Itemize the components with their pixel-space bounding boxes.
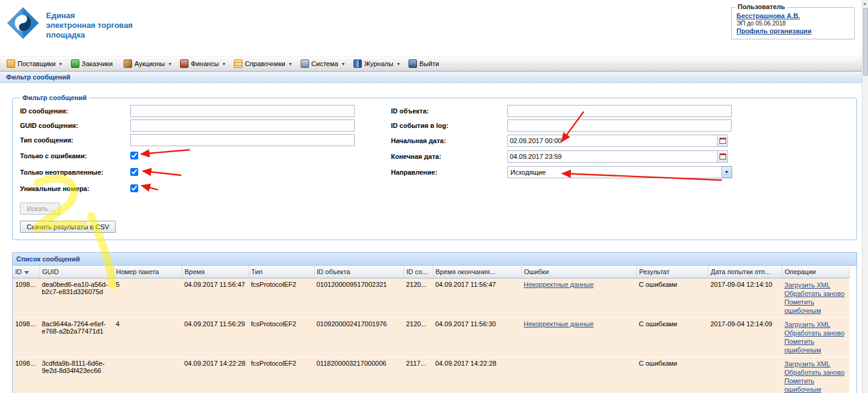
auctions-icon bbox=[124, 59, 132, 68]
submenu-arrow-icon: ▼ bbox=[289, 62, 293, 66]
menu-item-exit[interactable]: Выйти bbox=[406, 58, 447, 69]
menu-item-customers[interactable]: Заказчики bbox=[68, 58, 121, 69]
menu-item-finance[interactable]: Финансы ▼ bbox=[177, 58, 231, 69]
start-date-input[interactable] bbox=[507, 135, 718, 147]
cell-errors: Некорректные данные bbox=[521, 318, 636, 357]
op-mark-error-link[interactable]: Пометить ошибочным bbox=[784, 337, 847, 354]
column-header-errors[interactable]: Ошибки bbox=[521, 266, 636, 278]
menu-label: Журналы bbox=[364, 60, 393, 67]
menu-label: Выйти bbox=[419, 60, 439, 67]
column-header-packet[interactable]: Номер пакета bbox=[113, 266, 182, 278]
scrollbar-up-button[interactable] bbox=[863, 1, 867, 7]
menu-item-suppliers[interactable]: Поставщики ▼ bbox=[4, 58, 68, 69]
menu-item-auctions[interactable]: Аукционы ▼ bbox=[121, 58, 177, 69]
cell-guid: dea0bed6-ea10-a56d-b2c7-e831d326075d bbox=[39, 278, 113, 318]
vertical-scrollbar[interactable] bbox=[862, 0, 868, 393]
only-unsent-checkbox[interactable] bbox=[130, 168, 138, 176]
download-csv-button[interactable]: Скачать результаты в CSV bbox=[20, 221, 116, 233]
submenu-arrow-icon: ▼ bbox=[59, 62, 63, 66]
cell-errors bbox=[521, 357, 636, 393]
op-reprocess-link[interactable]: Обработать заново bbox=[784, 329, 847, 337]
chevron-down-icon bbox=[725, 171, 729, 173]
start-date-calendar-button[interactable] bbox=[718, 135, 728, 147]
directories-icon bbox=[234, 59, 242, 68]
table-header-row: ID GUID Номер пакета Время Тип ID объект… bbox=[13, 266, 849, 278]
direction-combobox[interactable]: Исходящие bbox=[507, 166, 732, 178]
message-id-label: ID сообщения: bbox=[20, 107, 130, 115]
menu-item-journals[interactable]: Журналы ▼ bbox=[350, 58, 406, 69]
table-row[interactable]: 1098... dea0bed6-ea10-a56d-b2c7-e831d326… bbox=[13, 278, 849, 318]
cell-object-id: 0101200009517002321 bbox=[314, 278, 404, 318]
cell-type: fcsProtocolEF2 bbox=[249, 357, 314, 393]
message-id-input[interactable] bbox=[130, 105, 355, 117]
system-icon bbox=[301, 59, 309, 68]
column-header-event-id[interactable]: ID со... bbox=[404, 266, 433, 278]
search-button[interactable]: Искать... bbox=[20, 203, 60, 215]
cell-packet: 5 bbox=[113, 278, 182, 318]
message-guid-input[interactable] bbox=[130, 119, 355, 132]
calendar-icon bbox=[719, 153, 726, 160]
cell-type: fcsProtocolEF2 bbox=[249, 318, 314, 357]
table-row[interactable]: 1098... 8ac9644a-7264-e6ef-e768-a2b2a774… bbox=[13, 318, 849, 357]
user-panel: Пользователь Бесстрашнова А.В. ЭП до 05.… bbox=[731, 7, 855, 39]
column-header-time[interactable]: Время bbox=[182, 266, 249, 278]
cell-result: С ошибками bbox=[636, 278, 708, 318]
brand-line-2: электронная торговая bbox=[46, 21, 133, 30]
user-name-link[interactable]: Бесстрашнова А.В. bbox=[736, 12, 849, 19]
column-header-end-time[interactable]: Время окончания... bbox=[433, 266, 521, 278]
only-unsent-label: Только неотправленные: bbox=[20, 169, 130, 176]
calendar-icon bbox=[719, 138, 726, 144]
unique-numbers-checkbox[interactable] bbox=[130, 184, 138, 192]
menu-item-system[interactable]: Система ▼ bbox=[298, 58, 350, 69]
message-type-input[interactable] bbox=[130, 134, 355, 146]
direction-dropdown-button[interactable] bbox=[722, 166, 732, 178]
op-load-xml-link[interactable]: Загрузить XML bbox=[784, 320, 847, 329]
table-row[interactable]: 1098... 3cdfda9b-8111-6d6e-9e2d-8d34f423… bbox=[13, 357, 849, 393]
cell-result: С ошибками bbox=[636, 357, 708, 393]
cell-attempt-date: 2017-09-04 12:14:10 bbox=[708, 278, 782, 318]
cell-id: 1098... bbox=[13, 278, 39, 318]
object-id-input[interactable] bbox=[507, 105, 732, 117]
exit-icon bbox=[409, 59, 417, 68]
column-header-attempt-date[interactable]: Дата попытки отп... bbox=[708, 266, 782, 278]
log-event-id-input[interactable] bbox=[507, 119, 732, 132]
op-reprocess-link[interactable]: Обработать заново bbox=[784, 289, 847, 298]
suppliers-icon bbox=[7, 59, 15, 68]
sort-desc-icon bbox=[24, 271, 29, 274]
end-date-calendar-button[interactable] bbox=[718, 150, 728, 163]
op-load-xml-link[interactable]: Загрузить XML bbox=[784, 281, 847, 289]
scroll-up-icon bbox=[863, 2, 867, 5]
org-profile-link[interactable]: Профиль организации bbox=[736, 27, 849, 35]
menu-label: Аукционы bbox=[135, 60, 165, 67]
filter-legend: Фильтр сообщений bbox=[20, 94, 89, 101]
op-load-xml-link[interactable]: Загрузить XML bbox=[784, 360, 847, 368]
op-reprocess-link[interactable]: Обработать заново bbox=[784, 368, 847, 377]
only-errors-checkbox[interactable] bbox=[130, 152, 138, 160]
op-mark-error-link[interactable]: Пометить ошибочным bbox=[784, 298, 847, 315]
eetp-logo-icon bbox=[6, 6, 40, 41]
error-details-link[interactable]: Некорректные данные bbox=[524, 281, 593, 288]
menu-label: Поставщики bbox=[18, 60, 56, 67]
object-id-label: ID объекта: bbox=[391, 107, 507, 115]
scrollbar-thumb[interactable] bbox=[863, 8, 868, 76]
cell-operations: Загрузить XML Обработать заново Пометить… bbox=[782, 357, 849, 393]
menu-label: Система bbox=[312, 60, 338, 67]
direction-value[interactable]: Исходящие bbox=[507, 166, 722, 178]
filter-left-column: ID сообщения: GUID сообщения: Тип сообще… bbox=[20, 104, 391, 196]
menu-label: Финансы bbox=[191, 60, 219, 67]
cell-event-id: 2120... bbox=[404, 278, 433, 318]
cell-operations: Загрузить XML Обработать заново Пометить… bbox=[782, 278, 849, 318]
column-header-id[interactable]: ID bbox=[13, 266, 39, 278]
column-header-type[interactable]: Тип bbox=[249, 266, 314, 278]
customers-icon bbox=[71, 59, 79, 68]
column-header-result[interactable]: Результат bbox=[636, 266, 708, 278]
column-header-guid[interactable]: GUID bbox=[39, 266, 113, 278]
end-date-input[interactable] bbox=[507, 150, 718, 163]
page-title: Фильтр сообщений bbox=[6, 73, 70, 81]
message-guid-label: GUID сообщения: bbox=[20, 122, 130, 129]
menu-item-directories[interactable]: Справочники ▼ bbox=[231, 58, 298, 69]
error-details-link[interactable]: Некорректные данные bbox=[524, 320, 593, 328]
op-mark-error-link[interactable]: Пометить ошибочным bbox=[784, 377, 847, 393]
column-header-operations[interactable]: Операции bbox=[782, 266, 849, 278]
column-header-object-id[interactable]: ID объекта bbox=[314, 266, 404, 278]
